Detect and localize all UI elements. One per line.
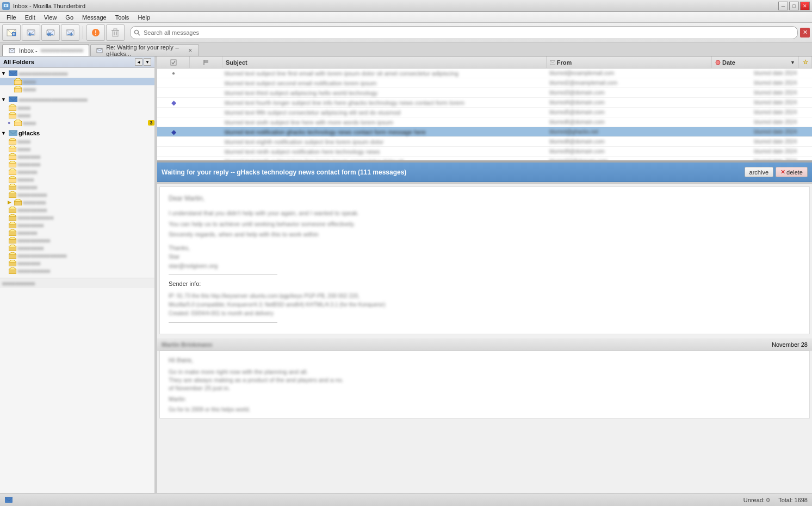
ghacks-trash-label: ●●●●●: [17, 177, 154, 183]
table-row[interactable]: blurred text ninth subject notification …: [157, 147, 812, 157]
from-col-icon: [550, 60, 555, 65]
folder-ghacks-junk[interactable]: ●●●●●●: [0, 168, 154, 176]
menu-view[interactable]: View: [40, 12, 61, 22]
folder-sub3[interactable]: ● ●●●● 3: [0, 119, 154, 127]
toolbar-separator-1: [83, 26, 83, 39]
col-header-from[interactable]: From: [547, 57, 712, 68]
email2-body3: of November 25 just in.: [169, 385, 230, 391]
delete-thread-button[interactable]: ✕ delete: [776, 167, 808, 177]
folder-sub2[interactable]: ●●●●: [0, 111, 154, 119]
folder-ghacks-trash[interactable]: ●●●●●: [0, 176, 154, 183]
sidebar-collapse-button[interactable]: ◄: [135, 58, 142, 66]
reply-button[interactable]: [22, 24, 40, 41]
folder-ghacks-ex4[interactable]: ●●●●●●●●: [0, 221, 154, 229]
folder-ghacks-ex7[interactable]: ●●●●●●●●: [0, 244, 154, 252]
tab-thread[interactable]: Re: Waiting for your reply -- gHacks... …: [90, 44, 199, 56]
close-search-button[interactable]: ✕: [800, 28, 810, 38]
folder-ghacks[interactable]: ▼ gHacks: [0, 129, 154, 138]
col-header-subject[interactable]: Subject: [222, 57, 547, 68]
folder-item-account1[interactable]: ▼ ●●●●●●●●●●●●●●●: [0, 69, 154, 78]
folder-ghacks-ex5[interactable]: ●●●●●●: [0, 229, 154, 236]
ex3-label: ●●●●●●●●●●●: [17, 215, 154, 221]
msg-star-2: [799, 83, 812, 84]
col-header-date[interactable]: Date ▼: [712, 57, 799, 68]
delete-button[interactable]: [106, 24, 125, 41]
msg-subject-9: blurred text ninth subject notification …: [222, 148, 547, 155]
folder-item-account2[interactable]: ▼ ●●●●●●●●●●●●●●●●●●●●●: [0, 95, 154, 104]
folder-ghacks-ex2[interactable]: ●●●●●●●●●: [0, 206, 154, 214]
forward-button[interactable]: [61, 24, 79, 41]
table-row[interactable]: ◆ blurred text notification ghacks techn…: [157, 127, 812, 137]
unread-count: Unread: 0: [743, 497, 770, 503]
ex8-label: ●●●●●●●●●●●●●●●: [17, 253, 154, 259]
svg-rect-38: [9, 155, 16, 160]
close-window-button[interactable]: ✕: [800, 2, 810, 10]
msg-subject-10: blurred text tenth subject long line lor…: [222, 158, 547, 161]
folder-ghacks-ex10[interactable]: ●●●●●●●●●●: [0, 267, 154, 274]
minimize-button[interactable]: ─: [778, 2, 788, 10]
tab-thread-close[interactable]: ✕: [188, 47, 193, 54]
email2-closing-text: Martin: [169, 396, 185, 402]
maximize-button[interactable]: □: [789, 2, 799, 10]
menu-message[interactable]: Message: [78, 12, 111, 22]
table-row[interactable]: blurred text eighth notification subject…: [157, 137, 812, 147]
menu-tools[interactable]: Tools: [111, 12, 134, 22]
msg-flag-2: [190, 83, 222, 84]
folder-inbox1[interactable]: ●●●●: [0, 78, 154, 85]
sub-folder-icon3: [14, 120, 22, 126]
sub-folder-icon1: [9, 104, 16, 111]
msg-status-9: [157, 151, 190, 152]
total-count: Total: 1698: [778, 497, 808, 503]
folder-ghacks-ex3[interactable]: ●●●●●●●●●●●: [0, 214, 154, 221]
svg-rect-33: [14, 122, 22, 126]
menu-help[interactable]: Help: [133, 12, 154, 22]
menu-file[interactable]: File: [2, 12, 21, 22]
ghacks-inbox-label: ●●●●: [17, 146, 154, 152]
table-row[interactable]: blurred text fifth subject consectetur a…: [157, 108, 812, 117]
status-bar-right: Unread: 0 Total: 1698: [743, 497, 808, 503]
table-row[interactable]: ● blurred text subject line first email …: [157, 68, 812, 78]
col-header-status[interactable]: [157, 57, 190, 68]
folder-tree: ▼ ●●●●●●●●●●●●●●● ●●●● ●●●● ▼ ●●●●●●●●●●…: [0, 68, 154, 289]
folder-ghacks-ex8[interactable]: ●●●●●●●●●●●●●●●: [0, 252, 154, 259]
folder-ghacks-ex6[interactable]: ●●●●●●●●●●: [0, 236, 154, 244]
table-row[interactable]: ◆ blurred text fourth longer subject lin…: [157, 98, 812, 108]
tab-inbox[interactable]: Inbox - ●●●●●●●●●●●●●: [2, 44, 89, 56]
folder-ghacks-archive[interactable]: ●●●●●●●●●: [0, 191, 154, 198]
msg-from-4: blurred4@domain.com: [547, 99, 712, 106]
table-row[interactable]: blurred text sixth subject line here wit…: [157, 117, 812, 127]
star-col-icon: ☆: [803, 59, 808, 66]
new-message-button[interactable]: [2, 24, 21, 41]
junk-icon: !: [90, 27, 101, 38]
sub3-label: ●●●●: [23, 120, 148, 126]
junk-button[interactable]: !: [86, 24, 105, 41]
folder-ghacks-inbox[interactable]: ●●●●: [0, 145, 154, 153]
folder-ghacks-filters[interactable]: ●●●●●●: [0, 183, 154, 191]
col-header-star[interactable]: ☆: [799, 57, 812, 68]
col-header-flag[interactable]: [190, 57, 222, 68]
folder-ghacks-ex1[interactable]: ▶ ●●●●●●●: [0, 198, 154, 206]
subject-col-label: Subject: [226, 59, 247, 66]
menu-go[interactable]: Go: [61, 12, 78, 22]
folder-ghacks-drafts[interactable]: ●●●●: [0, 138, 154, 145]
reply-all-button[interactable]: [41, 24, 60, 41]
menu-edit[interactable]: Edit: [21, 12, 40, 22]
folder-sub1[interactable]: ●●●●: [0, 104, 154, 111]
preview-resize-handle[interactable]: [157, 182, 812, 184]
ex3-icon: [9, 214, 16, 221]
table-row[interactable]: blurred text tenth subject long line lor…: [157, 157, 812, 160]
msg-date-6: blurred date 2024: [712, 118, 799, 126]
msg-star-7: [799, 132, 812, 133]
folder-ghacks-contacts[interactable]: ●●●●●●●: [0, 160, 154, 168]
svg-rect-32: [9, 114, 16, 118]
table-row[interactable]: blurred text third subject adipiscing he…: [157, 88, 812, 98]
search-input[interactable]: [130, 26, 798, 39]
folder-drafts1[interactable]: ●●●●: [0, 85, 154, 93]
table-row[interactable]: blurred text subject second email notifi…: [157, 78, 812, 88]
archive-button[interactable]: archive: [745, 167, 773, 177]
folder-ghacks-sent[interactable]: ●●●●●●●: [0, 153, 154, 160]
svg-marker-60: [550, 60, 555, 63]
folder-ghacks-ex9[interactable]: ●●●●●●●: [0, 259, 154, 267]
sidebar-settings-button[interactable]: ▼: [144, 58, 151, 66]
msg-date-8: blurred date 2024: [712, 138, 799, 145]
